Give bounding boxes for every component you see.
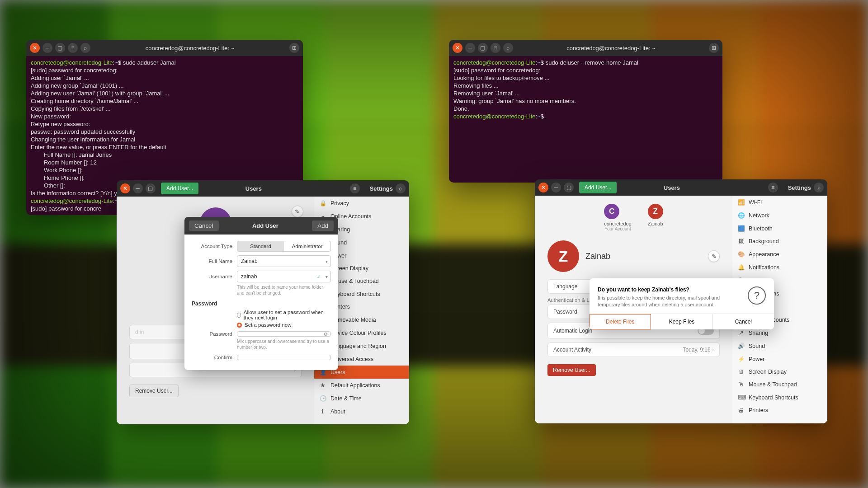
cancel-button[interactable]: Cancel — [713, 314, 774, 329]
sidebar-icon: ⚡ — [738, 356, 744, 362]
sidebar-icon: 🌐 — [738, 212, 744, 219]
delete-files-button[interactable]: Delete Files — [590, 314, 651, 329]
user-tile[interactable]: C concretedogYour Account — [604, 204, 632, 231]
account-type-segmented[interactable]: Standard Administrator — [237, 241, 331, 252]
dialog-title: Add User — [252, 222, 278, 229]
window-title: concretedog@concretedog-Lite: ~ — [93, 45, 287, 52]
add-user-button[interactable]: Add User... — [161, 183, 198, 194]
sidebar-item-bluetooth[interactable]: 🟦Bluetooth — [732, 222, 827, 235]
password-label: Password — [192, 331, 232, 337]
search-icon[interactable]: ⌕ — [503, 43, 513, 53]
sidebar-item-notifications[interactable]: 🔔Notifications — [732, 261, 827, 274]
sidebar-icon: 🖼 — [738, 238, 744, 244]
sidebar-icon: 🟦 — [738, 225, 744, 232]
menu-icon[interactable]: ≡ — [68, 43, 78, 53]
chevron-down-icon: ▾ — [326, 274, 328, 279]
sidebar-icon: 🖥 — [738, 369, 744, 375]
sidebar-icon: 🔔 — [738, 264, 744, 271]
password-section: Password — [192, 300, 331, 307]
menu-icon[interactable]: ≡ — [768, 183, 778, 192]
search-icon[interactable]: ⌕ — [814, 183, 824, 192]
dialog-body: It is possible to keep the home director… — [598, 295, 741, 308]
keep-files-button[interactable]: Keep Files — [651, 314, 712, 329]
remove-user-button[interactable]: Remove User... — [129, 385, 179, 397]
menu-icon[interactable]: ≡ — [350, 183, 360, 193]
edit-icon[interactable]: ✎ — [708, 250, 720, 262]
header-subtitle: Users — [664, 184, 680, 191]
minimize-icon[interactable]: ─ — [465, 43, 475, 53]
sidebar-item-wi-fi[interactable]: 📶Wi-Fi — [732, 196, 827, 209]
full-name-input[interactable]: Zainab▾ — [237, 255, 331, 267]
sidebar-icon: 🔊 — [738, 343, 744, 349]
sidebar-item-power[interactable]: ⚡Power — [732, 352, 827, 366]
user-tiles: C concretedogYour AccountZ Zainab — [547, 204, 720, 231]
cancel-button[interactable]: Cancel — [189, 221, 219, 231]
sidebar-item-appearance[interactable]: 🎨Appearance — [732, 248, 827, 261]
minimize-icon[interactable]: ─ — [551, 183, 561, 192]
sidebar-item-date-time[interactable]: 🕒Date & Time — [314, 392, 409, 405]
account-type-label: Account Type — [192, 244, 232, 249]
current-user-name: Zainab — [585, 252, 610, 261]
close-icon[interactable]: ✕ — [538, 183, 548, 192]
add-user-dialog[interactable]: Cancel Add User Add Account Type Standar… — [184, 217, 338, 370]
dialog-title: Do you want to keep Zainab's files? — [598, 286, 741, 293]
gear-icon[interactable]: ⚙ — [324, 332, 328, 337]
sidebar-icon: ℹ — [320, 408, 326, 415]
maximize-icon[interactable]: ▢ — [478, 43, 488, 53]
avatar: Z — [648, 204, 663, 219]
avatar: C — [604, 204, 619, 219]
add-user-button[interactable]: Add User... — [579, 182, 617, 193]
sidebar-item-default-applications[interactable]: ★Default Applications — [314, 379, 409, 392]
search-icon[interactable]: ⌕ — [396, 183, 406, 193]
sidebar-icon: 🕒 — [320, 395, 326, 402]
pw-option-later[interactable]: Allow user to set a password when they n… — [237, 310, 331, 320]
sidebar-item-keyboard-shortcuts[interactable]: ⌨Keyboard Shortcuts — [732, 391, 827, 404]
confirm-label: Confirm — [192, 355, 232, 360]
minimize-icon[interactable]: ─ — [42, 43, 52, 53]
maximize-icon[interactable]: ▢ — [146, 183, 156, 193]
search-icon[interactable]: ⌕ — [80, 43, 90, 53]
sidebar-item-screen-display[interactable]: 🖥Screen Display — [732, 366, 827, 378]
full-name-label: Full Name — [192, 258, 232, 264]
new-tab-icon[interactable]: ⊞ — [289, 43, 299, 53]
sidebar-icon: 🖨 — [738, 407, 744, 413]
sidebar-icon: 📶 — [738, 199, 744, 206]
activity-row[interactable]: Account Activity Today, 9:16 › — [547, 343, 720, 357]
avatar[interactable]: Z — [547, 240, 579, 272]
username-label: Username — [192, 274, 232, 279]
sidebar-item-mouse-touchpad[interactable]: 🖱Mouse & Touchpad — [732, 378, 827, 391]
username-input[interactable]: zainab▾✓ — [237, 271, 331, 282]
user-tile[interactable]: Z Zainab — [648, 204, 663, 231]
terminal-body[interactable]: concretedog@concretedog-Lite:~$ sudo del… — [449, 56, 722, 183]
remove-user-button[interactable]: Remove User... — [547, 364, 596, 376]
close-icon[interactable]: ✕ — [120, 183, 130, 193]
sidebar-icon: 🎨 — [738, 251, 744, 258]
maximize-icon[interactable]: ▢ — [564, 183, 574, 192]
username-hint: This will be used to name your home fold… — [237, 284, 331, 296]
sidebar-item-about[interactable]: ℹAbout — [314, 405, 409, 418]
maximize-icon[interactable]: ▢ — [55, 43, 65, 53]
pw-option-now[interactable]: Set a password now — [237, 322, 331, 328]
confirm-delete-dialog[interactable]: Do you want to keep Zainab's files? It i… — [590, 278, 774, 329]
close-icon[interactable]: ✕ — [453, 43, 462, 53]
close-icon[interactable]: ✕ — [30, 43, 40, 53]
window-title: concretedog@concretedog-Lite: ~ — [516, 45, 706, 52]
sidebar-item-printers[interactable]: 🖨Printers — [732, 404, 827, 417]
new-tab-icon[interactable]: ⊞ — [709, 43, 719, 53]
terminal-window-deluser[interactable]: ✕ ─ ▢ ≡ ⌕ concretedog@concretedog-Lite: … — [449, 40, 722, 183]
question-icon: ? — [748, 286, 766, 305]
sidebar-item-privacy[interactable]: 🔒Privacy — [314, 197, 409, 210]
sidebar-item-background[interactable]: 🖼Background — [732, 235, 827, 248]
add-button[interactable]: Add — [312, 221, 334, 231]
sidebar-icon: ★ — [320, 382, 326, 389]
confirm-input[interactable] — [237, 355, 331, 360]
menu-icon[interactable]: ≡ — [491, 43, 500, 53]
sidebar-item-sound[interactable]: 🔊Sound — [732, 339, 827, 352]
check-icon: ✓ — [317, 274, 321, 279]
edit-icon[interactable]: ✎ — [292, 206, 303, 217]
sidebar-item-network[interactable]: 🌐Network — [732, 209, 827, 222]
password-hint: Mix uppercase and lowercase and try to u… — [237, 338, 331, 350]
password-input[interactable]: ⚙ — [237, 331, 331, 337]
header-subtitle: Users — [245, 185, 262, 192]
minimize-icon[interactable]: ─ — [133, 183, 143, 193]
